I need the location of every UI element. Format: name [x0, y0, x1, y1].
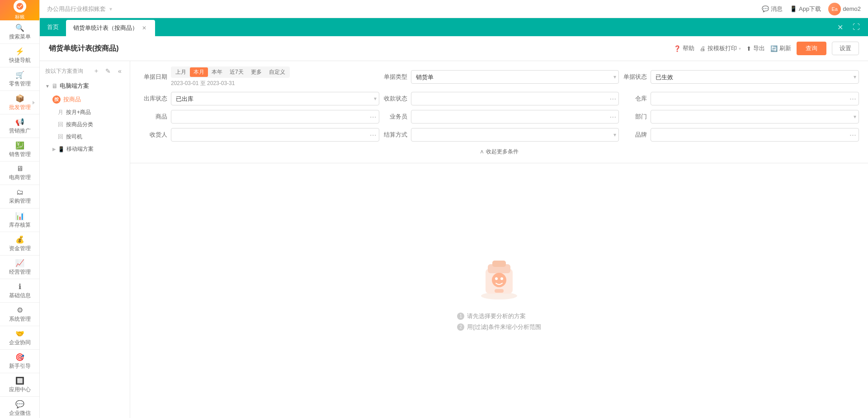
collapse-bar[interactable]: ∧ 收起更多条件 — [139, 146, 859, 157]
tree-item-by-printer[interactable]: 回 按司机 — [40, 131, 130, 143]
by-month-goods-label: 按月+商品 — [66, 109, 91, 116]
right-panel: 单据日期 上月 本月 本年 近7天 更多 自定义 — [130, 61, 868, 418]
sidebar-label-quicknav: 快捷导航 — [9, 57, 31, 64]
settle-select[interactable] — [411, 128, 619, 142]
add-scheme-btn[interactable]: ＋ — [92, 66, 101, 76]
staff-label: 业务员 — [379, 113, 411, 121]
tab-home[interactable]: 首页 — [40, 18, 66, 36]
sidebar-label-ecom: 电商管理 — [9, 174, 31, 181]
tree-item-by-month-goods[interactable]: 月 按月+商品 — [40, 106, 130, 119]
template-print-btn[interactable]: 🖨 按模板打印 ▾ — [700, 44, 741, 52]
refresh-btn[interactable]: 🔄 刷新 — [770, 44, 791, 52]
left-panel-header: 按以下方案查询 ＋ ✎ « — [40, 65, 130, 79]
sidebar-item-retail[interactable]: 🛒 零售管理 — [0, 67, 39, 91]
brand-field[interactable] — [651, 128, 859, 142]
staff-field[interactable] — [411, 110, 619, 124]
sidebar-item-apps[interactable]: 🔲 应用中心 — [0, 373, 39, 397]
date-tab-7days[interactable]: 近7天 — [226, 67, 247, 77]
sidebar-item-search[interactable]: 🔍 搜索菜单 — [0, 20, 39, 44]
receiver-dots[interactable]: ··· — [370, 130, 377, 140]
goods-dots[interactable]: ··· — [370, 112, 377, 122]
filter-warehouse: 仓库 ··· — [619, 92, 859, 105]
desktop-group-header[interactable]: ▼ 🖥 电脑端方案 — [40, 79, 130, 93]
collect-dots[interactable]: ··· — [609, 94, 616, 104]
tree-item-by-goods[interactable]: 按 按商品 — [40, 93, 130, 106]
empty-tips: 1 请先选择要分析的方案 2 用[过滤]条件来缩小分析范围 — [457, 312, 541, 331]
query-button[interactable]: 查询 — [797, 42, 826, 55]
tab-sales-stats[interactable]: 销货单统计表（按商品） ✕ — [66, 20, 155, 36]
sidebar-item-quicknav[interactable]: ⚡ 快捷导航 — [0, 44, 39, 67]
date-tab-custom[interactable]: 自定义 — [265, 67, 289, 77]
print-arrow: ▾ — [739, 46, 741, 51]
tip-text-2: 用[过滤]条件来缩小分析范围 — [467, 323, 541, 331]
sidebar-item-system[interactable]: ⚙ 系统管理 — [0, 303, 39, 326]
sidebar-item-basic[interactable]: ℹ 基础信息 — [0, 279, 39, 303]
export-icon: ⬆ — [746, 45, 751, 52]
dept-select[interactable] — [651, 110, 859, 124]
collect-field[interactable] — [411, 92, 619, 105]
breadcrumb: 办公用品行业模拟账套 — [47, 5, 106, 13]
out-status-input: 已出库 ▾ — [171, 92, 379, 105]
receiver-field[interactable] — [171, 128, 379, 142]
date-tab-current-month[interactable]: 本月 — [190, 67, 208, 77]
status-input: 已生效 ▾ — [651, 70, 859, 84]
collect-label: 收款状态 — [379, 95, 411, 103]
basic-icon: ℹ — [19, 282, 21, 291]
sidebar-item-purchase[interactable]: 🗂 采购管理 — [0, 185, 39, 209]
app-logo: 标账 — [0, 0, 40, 20]
mobile-group-header[interactable]: ▶ 📱 移动端方案 — [40, 143, 130, 155]
warehouse-dots[interactable]: ··· — [849, 94, 856, 104]
tab-home-label: 首页 — [47, 23, 59, 31]
username: demo2 — [843, 5, 861, 12]
sidebar-item-stock[interactable]: 📊 库存核算 — [0, 209, 39, 232]
settings-button[interactable]: 设置 — [832, 42, 859, 55]
export-btn[interactable]: ⬆ 导出 — [746, 44, 765, 52]
app-download-btn[interactable]: 📱 App下载 — [790, 5, 821, 13]
sidebar-item-operation[interactable]: 📈 经营管理 — [0, 256, 39, 279]
tab-close-window-btn[interactable]: ✕ — [834, 21, 846, 33]
tab-close-btn[interactable]: ✕ — [141, 24, 148, 32]
goods-field[interactable] — [171, 110, 379, 124]
messages-label: 消息 — [771, 5, 783, 13]
help-btn[interactable]: ❓ 帮助 — [674, 44, 694, 52]
filter-staff: 业务员 ··· — [379, 110, 619, 124]
printer-icon: 回 — [58, 133, 63, 141]
filter-dept: 部门 ▾ — [619, 110, 859, 124]
date-tab-last-month[interactable]: 上月 — [172, 67, 190, 77]
sidebar-label-sales: 销售管理 — [9, 151, 31, 158]
date-tab-more[interactable]: 更多 — [247, 67, 265, 77]
type-select[interactable]: 销货单 — [411, 70, 619, 84]
out-status-select[interactable]: 已出库 — [171, 92, 379, 105]
collect-input: ··· — [411, 92, 619, 105]
sidebar-item-ecom[interactable]: 🖥 电商管理 — [0, 162, 39, 185]
warehouse-field[interactable] — [651, 92, 859, 105]
tree-item-by-goods-type[interactable]: 回 按商品分类 — [40, 119, 130, 131]
status-select[interactable]: 已生效 — [651, 70, 859, 84]
filter-status: 单据状态 已生效 ▾ — [619, 70, 859, 84]
quick-icon: ⚡ — [15, 47, 24, 56]
svg-point-6 — [500, 277, 503, 280]
date-tab-year[interactable]: 本年 — [208, 67, 226, 77]
sidebar-item-wholesale[interactable]: 📦 批发管理 — [0, 91, 39, 114]
date-range-display: 2023-03-01 至 2023-03-31 — [171, 80, 235, 87]
goods-type-icon: 回 — [58, 121, 63, 128]
brand-label: 品牌 — [619, 131, 651, 139]
stock-icon: 📊 — [15, 212, 24, 220]
export-label: 导出 — [753, 44, 765, 52]
sidebar-item-marketing[interactable]: 📢 营销推广 — [0, 114, 39, 138]
receiver-label: 收货人 — [139, 131, 171, 139]
user-menu[interactable]: Ea demo2 — [828, 3, 861, 15]
sidebar-item-newbie[interactable]: 🎯 新手引导 — [0, 350, 39, 373]
sidebar-item-wechat[interactable]: 💬 企业微信 — [0, 397, 39, 418]
sidebar-label-search: 搜索菜单 — [9, 33, 31, 41]
topbar: 办公用品行业模拟账套 ▾ 💬 消息 📱 App下载 Ea demo2 — [40, 0, 868, 18]
staff-dots[interactable]: ··· — [609, 112, 616, 122]
collapse-panel-btn[interactable]: « — [115, 66, 124, 76]
edit-scheme-btn[interactable]: ✎ — [104, 66, 113, 76]
sidebar-item-sales[interactable]: 💹 销售管理 — [0, 138, 39, 162]
brand-dots[interactable]: ··· — [849, 130, 856, 140]
tab-maximize-btn[interactable]: ⛶ — [850, 21, 863, 33]
sidebar-item-finance[interactable]: 💰 资金管理 — [0, 232, 39, 256]
sidebar-item-corp[interactable]: 🤝 企业协同 — [0, 326, 39, 350]
messages-btn[interactable]: 💬 消息 — [762, 5, 783, 13]
